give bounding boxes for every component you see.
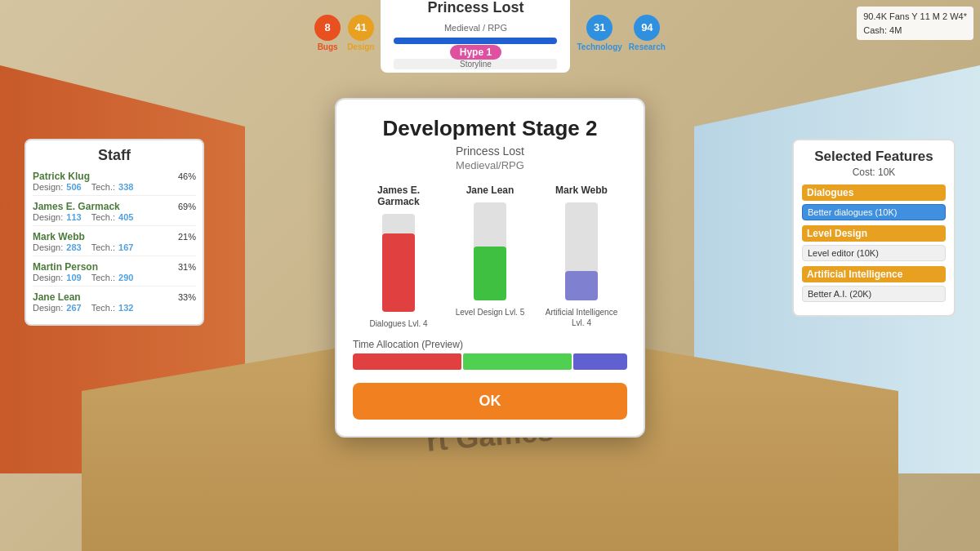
staff-percent: 21% (178, 232, 196, 242)
feature-item-1-0[interactable]: Level editor (10K) (802, 245, 946, 261)
tech-label: Tech.: (91, 182, 115, 192)
ok-button[interactable]: OK (353, 383, 627, 420)
bar-label: Artificial Intelligence Lvl. 4 (545, 307, 618, 328)
bar-container (565, 202, 598, 300)
bar-fill (382, 233, 415, 312)
tech-val: 167 (118, 242, 133, 252)
staff-bar-col-2: Mark Webb Artificial Intelligence Lvl. 4 (545, 184, 618, 329)
staff-name: Mark Webb (33, 231, 85, 242)
time-seg-blue (573, 353, 627, 370)
staff-name: Patrick Klug (33, 171, 90, 182)
design-label: Design: (33, 273, 63, 282)
feature-category-0[interactable]: Dialogues (802, 184, 946, 201)
features-panel: Selected Features Cost: 10K DialoguesBet… (792, 139, 956, 317)
time-alloc-section: Time Allocation (Preview) (353, 339, 627, 370)
tech-label: Tech.: (91, 273, 115, 282)
staff-bar-col-1: Jane Lean Level Design Lvl. 5 (453, 184, 527, 329)
dev-stage-modal: Development Stage 2 Princess Lost Mediev… (335, 98, 645, 438)
design-val: 506 (66, 182, 81, 192)
bar-container (382, 214, 415, 312)
modal-subtitle: Princess Lost (353, 144, 627, 158)
design-val: 283 (66, 242, 81, 252)
hud-top: 8 Bugs 41 Design Princess Lost Medieval … (0, 0, 980, 65)
tech-val: 290 (118, 273, 133, 282)
staff-member-1: James E. Garmack 69% Design: 113 Tech.: … (33, 201, 196, 226)
feature-item-0-0[interactable]: Better dialogues (10K) (802, 204, 946, 220)
staff-percent: 31% (178, 262, 196, 272)
staff-member-3: Martin Person 31% Design: 109 Tech.: 290 (33, 261, 196, 287)
research-label: Research (629, 42, 666, 51)
design-badge: 41 (348, 15, 374, 41)
tech-label: Tech.: (91, 242, 115, 252)
bar-label: Level Design Lvl. 5 (456, 307, 525, 318)
staff-bars-row: James E. Garmack Dialogues Lvl. 4 Jane L… (353, 184, 627, 329)
hype-badge: Hype 1 (450, 45, 501, 60)
bar-staff-name: Mark Webb (555, 184, 608, 196)
tech-label: Tech.: (91, 212, 115, 222)
staff-title: Staff (33, 147, 196, 164)
modal-genre: Medieval/RPG (353, 159, 627, 171)
design-val: 267 (66, 303, 81, 313)
bar-label: Dialogues Lvl. 4 (369, 318, 427, 329)
design-label: Design: (33, 303, 63, 313)
design-label: Design (347, 42, 374, 51)
design-progress-bar (394, 38, 557, 44)
staff-percent: 69% (178, 202, 196, 211)
storyline-label: Storyline (394, 59, 557, 69)
design-val: 113 (66, 212, 81, 222)
staff-name: Martin Person (33, 261, 98, 273)
technology-badge: 31 (586, 15, 612, 41)
bugs-label: Bugs (318, 42, 338, 51)
time-alloc-bar (353, 353, 627, 370)
staff-name: James E. Garmack (33, 201, 120, 212)
research-badge: 94 (634, 15, 660, 41)
staff-member-0: Patrick Klug 46% Design: 506 Tech.: 338 (33, 171, 196, 196)
features-cost: Cost: 10K (802, 167, 946, 178)
bar-fill (474, 247, 506, 300)
staff-panel: Staff Patrick Klug 46% Design: 506 Tech.… (24, 139, 204, 326)
bar-staff-name: James E. Garmack (362, 184, 435, 207)
hud-game-info: Princess Lost Medieval / RPG Hype 1 Stor… (381, 0, 570, 73)
tech-val: 405 (118, 212, 133, 222)
bar-fill (565, 271, 598, 300)
bugs-badge: 8 (314, 15, 341, 41)
tech-val: 132 (118, 303, 133, 313)
tech-label: Tech.: (91, 303, 115, 313)
staff-percent: 33% (178, 292, 196, 302)
design-val: 109 (66, 273, 81, 282)
features-title: Selected Features (802, 149, 946, 165)
technology-label: Technology (577, 42, 621, 51)
tech-val: 338 (118, 182, 133, 192)
staff-member-2: Mark Webb 21% Design: 283 Tech.: 167 (33, 231, 196, 256)
feature-category-2[interactable]: Artificial Intelligence (802, 266, 946, 282)
staff-name: Jane Lean (33, 291, 81, 303)
time-seg-red (353, 353, 461, 370)
staff-list: Patrick Klug 46% Design: 506 Tech.: 338 … (33, 171, 196, 313)
design-label: Design: (33, 212, 63, 222)
feature-category-1[interactable]: Level Design (802, 225, 946, 242)
game-title: Princess Lost (394, 0, 557, 20)
features-list: DialoguesBetter dialogues (10K)Level Des… (802, 184, 946, 302)
bar-container (474, 202, 506, 300)
modal-title: Development Stage 2 (353, 116, 627, 141)
bar-staff-name: Jane Lean (466, 184, 514, 196)
feature-item-2-0[interactable]: Better A.I. (20K) (802, 286, 946, 302)
staff-member-4: Jane Lean 33% Design: 267 Tech.: 132 (33, 291, 196, 313)
staff-percent: 46% (178, 171, 196, 181)
design-label: Design: (33, 182, 63, 192)
time-seg-green (463, 353, 572, 370)
design-label: Design: (33, 242, 63, 252)
game-genre: Medieval / RPG (394, 20, 557, 36)
staff-bar-col-0: James E. Garmack Dialogues Lvl. 4 (362, 184, 435, 329)
time-alloc-label: Time Allocation (Preview) (353, 339, 627, 350)
